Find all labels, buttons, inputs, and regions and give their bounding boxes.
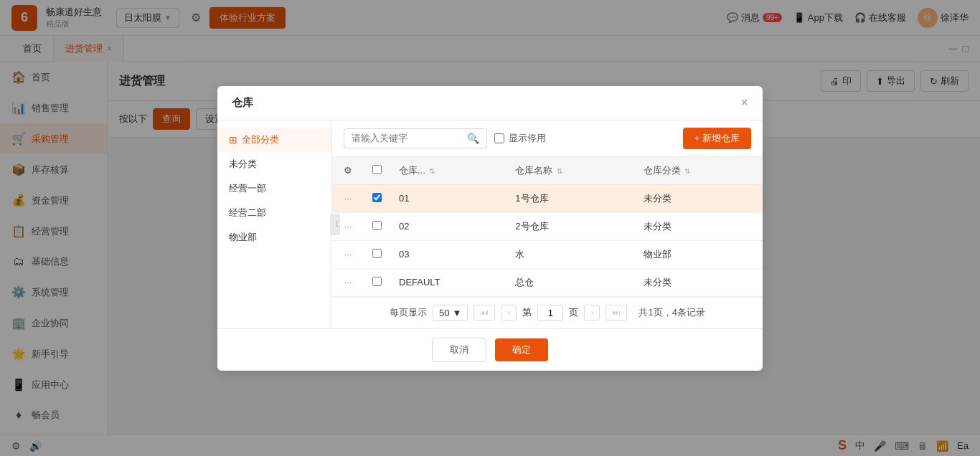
cat-item-uncategorized[interactable]: 未分类 (217, 152, 331, 176)
row-category-cell: 未分类 (635, 268, 763, 296)
row-name-cell: 1号仓库 (507, 184, 634, 212)
warehouse-dialog: 仓库 × ⊞ 全部分类 未分类 经营一部 经营二部 (217, 86, 763, 371)
dialog-title: 仓库 (232, 96, 253, 110)
cat-item-all[interactable]: ⊞ 全部分类 (217, 128, 331, 152)
grid-icon: ⊞ (229, 134, 237, 146)
page-last-button[interactable]: ⏭ (606, 305, 627, 320)
page-size-select[interactable]: 50 ▼ (433, 305, 468, 321)
row-checkbox[interactable] (372, 249, 382, 258)
col-header-category: 仓库分类 ⇅ (635, 157, 763, 185)
table-row[interactable]: ··· 02 2号仓库 未分类 (332, 212, 763, 240)
row-checkbox[interactable] (372, 221, 382, 230)
row-more-icon[interactable]: ··· (344, 249, 352, 260)
row-name-cell: 总仓 (507, 268, 634, 296)
cat-item-dept2[interactable]: 经营二部 (217, 201, 331, 225)
sort-cat-icon[interactable]: ⇅ (684, 167, 690, 175)
dialog-header: 仓库 × (217, 86, 763, 120)
row-category-cell: 物业部 (635, 240, 763, 268)
page-size-arrow-icon: ▼ (453, 308, 462, 318)
row-checkbox-cell (364, 184, 390, 212)
sidebar-collapse-button[interactable]: 《 (330, 214, 340, 235)
cancel-button[interactable]: 取消 (432, 338, 486, 362)
table-row[interactable]: ··· 03 水 物业部 (332, 240, 763, 268)
sort-name-icon[interactable]: ⇅ (557, 167, 562, 175)
sort-code-icon[interactable]: ⇅ (429, 167, 435, 175)
show-disabled-toggle[interactable]: 显示停用 (494, 132, 546, 145)
show-disabled-checkbox[interactable] (494, 133, 504, 143)
col-header-code: 仓库... ⇅ (390, 157, 507, 185)
table-row[interactable]: ··· 01 1号仓库 未分类 (332, 184, 763, 212)
dialog-footer: 取消 确定 (217, 328, 763, 371)
cat-item-dept1[interactable]: 经营一部 (217, 176, 331, 201)
page-number-input[interactable] (537, 305, 563, 321)
table-row[interactable]: ··· DEFAULT 总仓 未分类 (332, 268, 763, 296)
search-icon[interactable]: 🔍 (467, 133, 479, 144)
row-more-icon[interactable]: ··· (344, 193, 352, 204)
page-prev-button[interactable]: ‹ (501, 305, 517, 320)
row-checkbox[interactable] (372, 193, 382, 202)
row-code-cell: DEFAULT (390, 268, 507, 296)
row-code-cell: 03 (390, 240, 507, 268)
row-checkbox[interactable] (372, 277, 382, 286)
row-code-cell: 02 (390, 212, 507, 240)
row-category-cell: 未分类 (635, 212, 763, 240)
page-first-button[interactable]: ⏮ (473, 305, 495, 320)
search-box: 🔍 (344, 128, 487, 148)
col-header-settings: ⚙ (332, 157, 364, 185)
row-checkbox-cell (364, 212, 390, 240)
row-actions-cell: ··· (332, 184, 364, 212)
dialog-content: 🔍 显示停用 + 新增仓库 ⚙ (332, 120, 763, 328)
new-warehouse-button[interactable]: + 新增仓库 (683, 128, 751, 149)
col-header-checkbox (364, 157, 390, 185)
page-next-button[interactable]: › (584, 305, 600, 320)
warehouse-table: ⚙ 仓库... ⇅ 仓库名称 (332, 157, 763, 297)
select-all-checkbox[interactable] (372, 165, 382, 174)
col-header-name: 仓库名称 ⇅ (507, 157, 634, 185)
dialog-body: ⊞ 全部分类 未分类 经营一部 经营二部 物业部 《 (217, 120, 763, 328)
row-more-icon[interactable]: ··· (344, 277, 352, 288)
confirm-button[interactable]: 确定 (495, 338, 548, 361)
row-name-cell: 2号仓库 (507, 212, 634, 240)
dialog-pagination: 每页显示 50 ▼ ⏮ ‹ 第 页 › ⏭ 共1页，4条记录 (332, 297, 763, 328)
cat-item-property[interactable]: 物业部 (217, 225, 331, 250)
search-input[interactable] (352, 133, 463, 143)
row-code-cell: 01 (390, 184, 507, 212)
row-checkbox-cell (364, 240, 390, 268)
row-more-icon[interactable]: ··· (344, 221, 352, 232)
dialog-toolbar: 🔍 显示停用 + 新增仓库 (332, 120, 763, 157)
row-actions-cell: ··· (332, 268, 364, 296)
row-name-cell: 水 (507, 240, 634, 268)
modal-overlay[interactable]: 仓库 × ⊞ 全部分类 未分类 经营一部 经营二部 (0, 0, 980, 456)
row-actions-cell: ··· (332, 240, 364, 268)
row-category-cell: 未分类 (635, 184, 763, 212)
dialog-close-icon[interactable]: × (740, 96, 748, 109)
category-sidebar: ⊞ 全部分类 未分类 经营一部 经营二部 物业部 《 (217, 120, 332, 328)
row-checkbox-cell (364, 268, 390, 296)
